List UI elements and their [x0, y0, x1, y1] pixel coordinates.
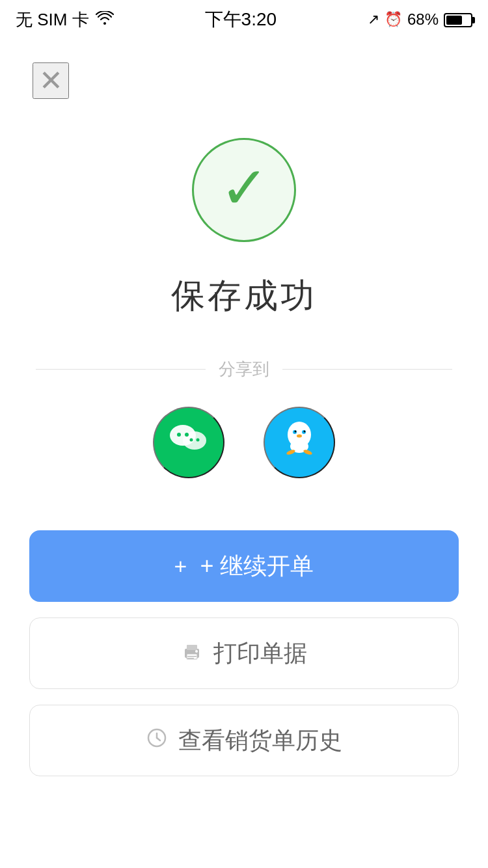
print-label: 打印单据	[213, 638, 307, 670]
success-icon-circle: ✓	[192, 138, 296, 242]
battery-percent: 68%	[407, 10, 439, 29]
print-button[interactable]: 打印单据	[29, 617, 459, 689]
continue-label: + 继续开单	[200, 550, 314, 582]
svg-point-2	[177, 433, 181, 437]
svg-point-11	[297, 435, 302, 438]
alarm-icon: ⏰	[385, 11, 402, 28]
history-label: 查看销货单历史	[178, 725, 342, 757]
share-wechat-button[interactable]	[153, 407, 224, 478]
svg-point-5	[197, 439, 200, 442]
share-qq-button[interactable]	[264, 407, 335, 478]
printer-icon	[181, 640, 203, 667]
svg-point-4	[190, 439, 193, 442]
wifi-icon	[96, 10, 114, 30]
checkmark-icon: ✓	[220, 159, 269, 217]
success-title: 保存成功	[171, 273, 317, 319]
close-icon: ✕	[39, 66, 63, 95]
divider-right	[282, 369, 452, 370]
status-right: ↗ ⏰ 68%	[368, 10, 472, 29]
close-button[interactable]: ✕	[33, 62, 69, 99]
svg-rect-16	[187, 645, 197, 650]
share-divider: 分享到	[36, 358, 452, 381]
status-bar: 无 SIM 卡 下午3:20 ↗ ⏰ 68%	[0, 0, 488, 39]
divider-left	[36, 369, 206, 370]
share-icons-row	[153, 407, 335, 478]
clock-icon	[146, 727, 168, 754]
no-sim-label: 无 SIM 卡	[16, 8, 89, 31]
history-button[interactable]: 查看销货单历史	[29, 705, 459, 776]
main-content: ✕ ✓ 保存成功 分享到	[0, 39, 488, 868]
location-icon: ↗	[368, 11, 379, 28]
svg-point-20	[195, 650, 198, 653]
svg-rect-18	[187, 656, 197, 657]
svg-point-3	[185, 433, 189, 437]
wechat-icon	[167, 418, 210, 467]
battery-icon	[444, 10, 472, 29]
action-buttons: + + 继续开单 打印单据	[29, 530, 459, 776]
status-time: 下午3:20	[205, 7, 277, 32]
svg-line-23	[157, 738, 160, 740]
plus-icon: +	[174, 554, 187, 579]
svg-point-9	[295, 431, 297, 433]
svg-rect-19	[187, 658, 194, 659]
qq-icon	[278, 416, 321, 468]
share-label: 分享到	[219, 358, 269, 381]
status-left: 无 SIM 卡	[16, 8, 114, 31]
svg-point-10	[304, 431, 306, 433]
continue-button[interactable]: + + 继续开单	[29, 530, 459, 602]
